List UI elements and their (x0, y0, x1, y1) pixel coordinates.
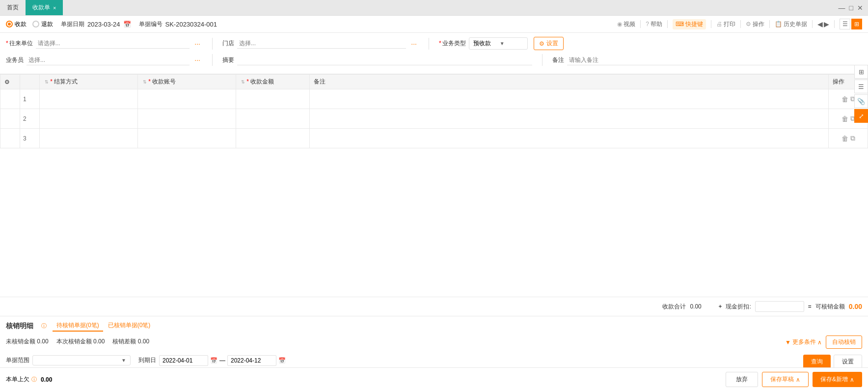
form-row-2: 业务员 ··· 摘要 备注 (6, 54, 862, 66)
top-toolbar: 收款 退款 单据日期 2023-03-24 📅 单据编号 SK-20230324… (0, 16, 868, 33)
radio-refund[interactable]: 退款 (32, 20, 53, 28)
settle-method-cell-1[interactable] (40, 89, 138, 109)
amount-cell-2[interactable] (236, 109, 310, 129)
sidebar-expand-icon[interactable]: ⤢ (854, 109, 868, 123)
remark-field: 备注 (552, 55, 862, 65)
summary-row: 收款合计 0.00 + 现金折扣: = 可核销金额 0.00 (0, 297, 868, 316)
maximize-icon[interactable]: □ (849, 4, 853, 12)
range-field: 单据范围 ▼ (6, 355, 131, 365)
hexiao-filter: ▼ 更多条件 ∧ 自动核销 (785, 335, 862, 349)
amount-cell-1[interactable] (236, 89, 310, 109)
summary-input[interactable] (237, 55, 532, 65)
delete-row-1-btn[interactable]: 🗑 (841, 95, 848, 103)
business-type-select[interactable]: 预收款 ▼ (469, 37, 528, 50)
delete-row-3-btn[interactable]: 🗑 (841, 135, 848, 142)
hexiao-stats: 未核销金额 0.00 本次核销金额 0.00 核销差额 0.00 (6, 337, 149, 346)
footer-left: 本单上欠 ⓘ 0.00 (6, 375, 52, 384)
unchecked-value: 0.00 (37, 338, 48, 345)
calendar-start-icon[interactable]: 📅 (210, 357, 217, 364)
hexiao-tab-pending[interactable]: 待核销单据(0笔) (53, 320, 103, 332)
row-num-col (20, 75, 40, 89)
hexiao-info-icon[interactable]: ⓘ (41, 322, 47, 330)
range-select[interactable]: ▼ (32, 355, 131, 365)
account-number-cell-2[interactable] (138, 109, 236, 129)
save-draft-button[interactable]: 保存草稿 ∧ (762, 372, 809, 387)
account-number-cell-1[interactable] (138, 89, 236, 109)
staff-field: 业务员 ··· (6, 55, 202, 65)
hexiao-setting-button[interactable]: 设置 (834, 355, 862, 369)
store-more-btn[interactable]: ··· (409, 40, 419, 48)
order-number-value: SK-20230324-001 (165, 21, 217, 28)
main-table-container: ⚙ ⇅ * 结算方式 ⇅ * 收款账号 ⇅ * (0, 74, 868, 297)
date-value: 2023-03-24 (87, 21, 120, 28)
tab-receipt[interactable]: 收款单 × (26, 0, 63, 15)
query-button[interactable]: 查询 (803, 355, 831, 369)
staff-input[interactable] (27, 55, 190, 65)
list-view-btn[interactable]: ☰ (840, 19, 850, 29)
table-settings-col[interactable]: ⚙ (0, 75, 20, 89)
shortcut-btn[interactable]: ⌨ 快捷键 (673, 19, 706, 29)
discard-button[interactable]: 放弃 (726, 372, 758, 387)
amount-cell-3[interactable] (236, 129, 310, 148)
chevron-down-icon: ▼ (500, 41, 523, 46)
sidebar-list-icon[interactable]: ☰ (854, 80, 868, 93)
remark-input[interactable] (567, 55, 862, 65)
info-icon-footer[interactable]: ⓘ (31, 376, 37, 383)
hexiao-tab-done[interactable]: 已核销单据(0笔) (104, 320, 155, 332)
amount-header: ⇅ * 收款金额 (236, 75, 310, 89)
prev-arrow[interactable]: ◀ (817, 20, 823, 28)
due-date-start-input[interactable] (159, 355, 208, 366)
sidebar-table-icon[interactable]: ⊞ (854, 65, 868, 79)
remark-cell-2[interactable] (310, 109, 829, 129)
radio-receipt[interactable]: 收款 (6, 20, 27, 28)
store-input[interactable] (237, 38, 406, 49)
account-number-cell-3[interactable] (138, 129, 236, 148)
due-date-end-input[interactable] (227, 355, 276, 366)
video-btn[interactable]: ◉ 视频 (617, 20, 635, 28)
radio-circle-refund (32, 21, 39, 28)
more-conditions-btn[interactable]: ▼ 更多条件 ∧ (785, 338, 822, 346)
order-owed-value: 0.00 (41, 376, 52, 383)
tab-close-icon[interactable]: × (53, 5, 56, 11)
footer-right: 放弃 保存草稿 ∧ 保存&新增 ∧ (726, 372, 862, 387)
staff-more-btn[interactable]: ··· (192, 56, 202, 64)
grid-view-btn[interactable]: ⊞ (851, 19, 862, 29)
tab-home[interactable]: 首页 (0, 0, 26, 15)
remark-cell-3[interactable] (310, 129, 829, 148)
settings-button[interactable]: ⚙ 设置 (534, 37, 564, 50)
operation-btn[interactable]: ⚙ 操作 (746, 20, 764, 28)
due-date-field: 到期日 📅 — 📅 (138, 355, 286, 366)
delete-row-2-btn[interactable]: 🗑 (841, 115, 848, 123)
gear-icon[interactable]: ⚙ (4, 79, 10, 85)
sidebar-clip-icon[interactable]: 📎 (854, 94, 868, 108)
settle-method-cell-2[interactable] (40, 109, 138, 129)
print-btn[interactable]: 🖨 打印 (716, 20, 735, 28)
minimize-icon[interactable]: — (839, 4, 845, 12)
table-row: 3 🗑 ⧉ (0, 129, 868, 148)
next-arrow[interactable]: ▶ (824, 20, 829, 28)
close-icon[interactable]: ✕ (857, 4, 863, 12)
settle-method-cell-3[interactable] (40, 129, 138, 148)
filter-row: 单据范围 ▼ 到期日 📅 — 📅 (6, 355, 286, 366)
gear-icon: ⚙ (539, 40, 544, 47)
current-value: 0.00 (93, 338, 105, 345)
settle-method-header: ⇅ * 结算方式 (40, 75, 138, 89)
save-new-button[interactable]: 保存&新增 ∧ (813, 372, 862, 387)
save-arrow-icon: ∧ (850, 376, 854, 383)
form-row-1: 往来单位 ··· 门店 ··· 业务类型 预收款 ▼ (6, 37, 862, 50)
help-btn[interactable]: ? 帮助 (646, 20, 662, 28)
auto-hexiao-button[interactable]: 自动核销 (826, 335, 862, 349)
copy-row-3-btn[interactable]: ⧉ (850, 134, 855, 142)
counterpart-more-btn[interactable]: ··· (192, 40, 202, 48)
remark-cell-1[interactable] (310, 89, 829, 109)
view-toggle: ☰ ⊞ (840, 19, 862, 29)
counterpart-input[interactable] (36, 38, 190, 49)
table-row: 2 🗑 ⧉ (0, 109, 868, 129)
business-type-field: 业务类型 预收款 ▼ (439, 37, 528, 50)
history-btn[interactable]: 📋 历史单据 (775, 20, 807, 28)
discount-input[interactable] (755, 301, 804, 312)
available-value: 0.00 (849, 303, 862, 310)
calendar-end-icon[interactable]: 📅 (278, 357, 286, 364)
calendar-icon[interactable]: 📅 (123, 21, 131, 28)
main-table: ⚙ ⇅ * 结算方式 ⇅ * 收款账号 ⇅ * (0, 74, 868, 148)
